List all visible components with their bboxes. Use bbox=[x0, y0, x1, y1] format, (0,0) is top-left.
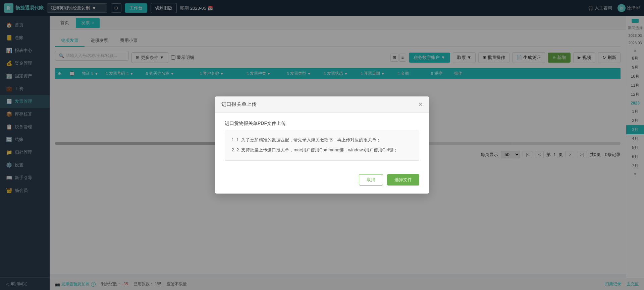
modal-info-box: 1. 为了更加精准的数据匹配，请先录入海关缴款书，再上传对应的报关单； 2. 支… bbox=[225, 131, 419, 161]
modal-footer: 取消 选择文件 bbox=[215, 169, 429, 194]
instruction-1: 1. 为了更加精准的数据匹配，请先录入海关缴款书，再上传对应的报关单； bbox=[236, 136, 413, 144]
modal-title: 进口报关单上传 bbox=[221, 101, 257, 107]
modal-cancel-btn[interactable]: 取消 bbox=[359, 174, 383, 186]
modal-close-btn[interactable]: ✕ bbox=[418, 101, 423, 107]
upload-modal: 进口报关单上传 ✕ 进口货物报关单PDF文件上传 1. 为了更加精准的数据匹配，… bbox=[215, 96, 429, 194]
modal-overlay[interactable]: 进口报关单上传 ✕ 进口货物报关单PDF文件上传 1. 为了更加精准的数据匹配，… bbox=[0, 0, 644, 290]
modal-body: 进口货物报关单PDF文件上传 1. 为了更加精准的数据匹配，请先录入海关缴款书，… bbox=[215, 113, 429, 169]
modal-select-file-btn[interactable]: 选择文件 bbox=[387, 174, 419, 186]
instruction-2: 2. 支持批量上传进口报关单，mac用户使用Command键，windows用户… bbox=[236, 146, 413, 154]
modal-section-title: 进口货物报关单PDF文件上传 bbox=[225, 121, 419, 127]
modal-header: 进口报关单上传 ✕ bbox=[215, 96, 429, 113]
